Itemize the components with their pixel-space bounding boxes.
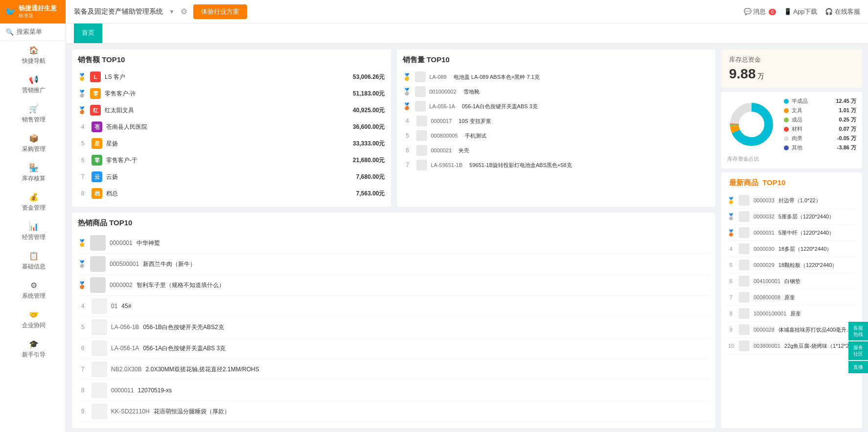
product-code: LA-59651-1B	[431, 162, 463, 168]
donut-chart	[727, 100, 776, 149]
nav-tabs: 首页	[66, 24, 868, 44]
sidebar-item-marketing[interactable]: 📢 营销推广	[0, 70, 66, 99]
marketing-icon: 📢	[29, 75, 39, 84]
float-btn-hotline[interactable]: 客服 热线	[848, 322, 868, 340]
latest-product-item: 9 0000028 体城嘉枝味苏打饮品400毫升（1*15）	[727, 322, 856, 338]
sales-top10-panel: 销售额 TOP10 🥇 L LS 客户 53,006.26元 🥈 零 零售客户-…	[72, 49, 391, 207]
product-code: 0000028	[754, 327, 775, 333]
float-btn-community[interactable]: 服务 社区	[848, 341, 868, 360]
customer-name: 红太阳文具	[105, 106, 349, 115]
sidebar-item-finance[interactable]: 💰 资金管理	[0, 188, 66, 217]
product-thumb	[739, 324, 750, 335]
customer-name: 档总	[106, 190, 352, 198]
trial-button[interactable]: 体验行业方案	[193, 4, 247, 19]
sidebar-search[interactable]: 🔍 搜索菜单	[0, 24, 66, 41]
product-thumb	[739, 227, 750, 238]
legend-value: -3.86 万	[837, 144, 856, 151]
legend-name: 半成品	[792, 97, 833, 105]
legend-value: -0.05 万	[837, 135, 856, 142]
donut-svg	[727, 100, 776, 149]
hot-product-item: 5 LA-056-1B 056-1B白色按键开关壳ABS2克	[78, 317, 709, 338]
legend-dot	[784, 127, 789, 132]
medal-icon: 🥉	[78, 106, 86, 114]
product-code: 10000100001	[754, 311, 786, 316]
customer-name: 苍南县人民医院	[106, 123, 349, 131]
product-thumb	[91, 404, 107, 419]
product-thumb	[91, 340, 107, 356]
legend-value: 12.45 万	[836, 97, 856, 105]
product-code: 0000017	[431, 118, 452, 124]
search-icon: 🔍	[6, 28, 14, 36]
product-name: 电池盖 LA-089 ABS本色+黑种 7.1克	[454, 73, 709, 81]
customer-badge: 星	[91, 138, 102, 149]
sidebar-item-label: 库存核算	[22, 174, 46, 183]
sales-rank-item: 🥈 零 零售客户-许 51,183.00元	[78, 86, 385, 101]
sidebar-item-guide[interactable]: 🎓 新手引导	[0, 335, 66, 364]
product-name: 原奎	[784, 294, 856, 301]
message-icon: 💬	[744, 8, 752, 15]
product-name: 夹壳	[458, 147, 709, 154]
sidebar-item-home[interactable]: 🏠 快捷导航	[0, 41, 66, 70]
topbar-right: 💬 消息 6 📱 App下载 🎧 在线客服	[744, 7, 860, 16]
product-thumb	[739, 260, 750, 270]
message-link[interactable]: 💬 消息 6	[744, 7, 777, 16]
product-name: 体城嘉枝味苏打饮品400毫升（1*15）	[778, 326, 856, 334]
sale-amount: 21,680.00元	[353, 156, 385, 165]
sidebar-item-basic[interactable]: 📋 基础信息	[0, 246, 66, 276]
dropdown-arrow-icon[interactable]: ▼	[169, 8, 175, 15]
product-name: 5厘中纤（1220*2440）	[778, 229, 856, 237]
inventory-title: 库存总资金	[729, 55, 854, 64]
online-service-link[interactable]: 🎧 在线客服	[825, 7, 860, 16]
latest-product-item: 4 0000030 18多层（1220*2440）	[727, 241, 856, 257]
hot-product-item: 4 01 45#	[78, 296, 709, 317]
legend-item: 材料 0.07 万	[784, 125, 856, 133]
product-code: NB2.0X30B	[111, 366, 142, 373]
sidebar-item-system[interactable]: ⚙ 系统管理	[0, 276, 66, 305]
product-name: 2.0X30MM双搓花轴,搓花直径2.1MM/ROHS	[146, 365, 709, 374]
qty-rank-item: 7 LA-59651-1B 59651-1B旋转投影灯电池盒ABS黑色+58克	[403, 158, 710, 172]
app-download-link[interactable]: 📱 App下载	[784, 7, 817, 16]
legend-name: 成品	[792, 116, 836, 123]
sidebar-item-purchase[interactable]: 📦 采购管理	[0, 129, 66, 158]
tab-home[interactable]: 首页	[74, 24, 102, 43]
sale-amount: 7,563.00元	[356, 190, 385, 198]
sidebar-item-enterprise[interactable]: 🤝 企业协同	[0, 305, 66, 335]
sale-amount: 40,925.00元	[353, 106, 385, 115]
online-service-label: 在线客服	[835, 8, 860, 15]
legend-name: 材料	[792, 125, 836, 133]
product-name: 白钢垫	[784, 278, 856, 285]
inventory-amount-display: 9.88 万	[729, 66, 854, 82]
product-code: 0000031	[754, 230, 775, 236]
sidebar-item-operation[interactable]: 📊 经营管理	[0, 217, 66, 246]
settings-icon[interactable]: ⚙	[181, 7, 187, 16]
logo-badge: 标准版	[19, 12, 57, 19]
sidebar-item-label: 资金管理	[22, 204, 46, 212]
sidebar-item-label: 销售管理	[22, 116, 46, 124]
sidebar: 🐦 畅捷通好生意 标准版 🔍 搜索菜单 🏠 快捷导航 📢 营销推广 🛒 销售管理…	[0, 0, 66, 432]
hot-product-item: 7 NB2.0X30B 2.0X30MM双搓花轴,搓花直径2.1MM/ROHS	[78, 359, 709, 380]
qty-rank-list: 🥇 LA-089 电池盖 LA-089 ABS本色+黑种 7.1克 🥈 0010…	[403, 70, 710, 172]
operation-icon: 📊	[29, 222, 39, 231]
product-thumb	[91, 319, 107, 335]
product-name: 22g鱼豆腐-烧烤味（1*12*20）	[784, 342, 856, 350]
product-thumb	[739, 276, 750, 287]
right-panel: 库存总资金 9.88 万	[721, 44, 868, 432]
topbar: 装备及固定资产辅助管理系统 ▼ ⚙ 体验行业方案 💬 消息 6 📱 App下载 …	[66, 0, 868, 24]
logo-icon: 🐦	[5, 6, 16, 17]
sidebar-item-label: 经营管理	[22, 233, 46, 241]
sidebar-item-inventory[interactable]: 🏪 库存核算	[0, 158, 66, 188]
app-download-label: App下载	[793, 8, 817, 15]
rank-number: 4	[78, 123, 88, 130]
sales-rank-item: 5 星 星扬 33,333.00元	[78, 136, 385, 151]
sidebar-item-sales[interactable]: 🛒 销售管理	[0, 99, 66, 129]
purchase-icon: 📦	[29, 134, 39, 143]
legend-value: 0.07 万	[839, 125, 856, 133]
float-btn-live[interactable]: 直播	[848, 361, 868, 373]
sidebar-item-label: 基础信息	[22, 263, 46, 271]
sales-rank-item: 7 云 云扬 7,680.00元	[78, 169, 385, 184]
product-thumb	[739, 243, 750, 254]
product-image	[90, 256, 106, 272]
sale-amount: 36,600.00元	[353, 123, 385, 131]
hot-product-item: 🥉 0000002 智利车子里（规格不知道填什么）	[78, 275, 709, 296]
product-name: 10S 变扭罗浆	[458, 118, 709, 125]
